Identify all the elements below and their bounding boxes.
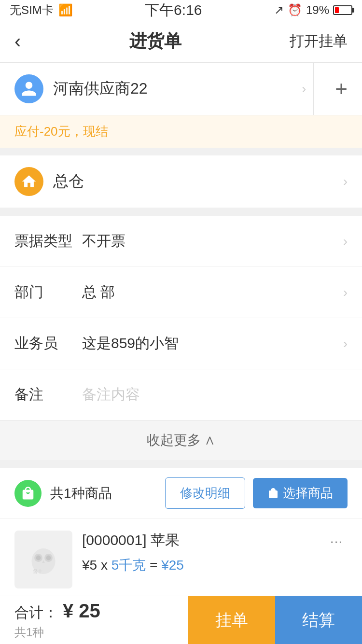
warehouse-icon (14, 167, 43, 196)
svg-text:督十: 督十 (33, 569, 42, 574)
person-icon (20, 80, 38, 98)
nav-bar: ‹ 进货单 打开挂单 (0, 20, 362, 63)
wifi-icon: 📶 (58, 3, 73, 17)
products-icon (14, 480, 42, 507)
invoice-chevron-icon: › (343, 234, 348, 249)
invoice-value: 不开票 (82, 231, 343, 251)
form-row-remark[interactable]: 备注 备注内容 (0, 369, 362, 420)
invoice-label: 票据类型 (14, 231, 82, 251)
form-row-invoice[interactable]: 票据类型 不开票 › (0, 215, 362, 266)
location-icon: ↗ (274, 3, 284, 17)
products-section: 共1种商品 修改明细 选择商品 督十 [0000001] 苹果 (0, 468, 362, 600)
battery-icon (333, 5, 352, 15)
select-product-label: 选择商品 (283, 485, 333, 502)
open-pending-button[interactable]: 打开挂单 (290, 31, 348, 51)
form-row-salesperson[interactable]: 业务员 这是859的小智 › (0, 318, 362, 369)
supplier-name: 河南供应商22 (53, 78, 302, 99)
salesperson-label: 业务员 (14, 334, 82, 353)
supplier-row[interactable]: 河南供应商22 › + (0, 63, 362, 115)
status-right: ↗ ⏰ 19% (274, 3, 352, 17)
salesperson-chevron-icon: › (343, 336, 348, 351)
products-count: 共1种商品 (50, 484, 165, 503)
product-thumbnail: 督十 (14, 531, 72, 588)
salesperson-value: 这是859的小智 (82, 334, 343, 353)
product-total: ¥25 (161, 558, 184, 573)
supplier-section: 河南供应商22 › + 应付-20元，现结 (0, 63, 362, 148)
page-title: 进货单 (129, 29, 181, 53)
form-row-department[interactable]: 部门 总 部 › (0, 266, 362, 318)
shopping-bag-icon (21, 486, 35, 501)
signal-label: 无SIM卡 (10, 2, 54, 18)
payment-hint: 应付-20元，现结 (0, 115, 362, 148)
warehouse-name: 总仓 (53, 171, 343, 192)
back-button[interactable]: ‹ (14, 30, 21, 52)
product-more-button[interactable]: ··· (325, 531, 348, 552)
home-icon (21, 173, 37, 190)
collapse-button[interactable]: 收起更多 ∧ (0, 420, 362, 460)
remark-value[interactable]: 备注内容 (82, 385, 348, 405)
total-label: 合计： (14, 603, 58, 623)
status-time: 下午6:16 (145, 0, 202, 20)
product-title: 苹果 (151, 532, 180, 548)
unit-price: ¥5 (82, 558, 97, 573)
supplier-avatar (14, 74, 43, 103)
total-area: 合计： ¥ 25 共1种 (0, 596, 188, 644)
svg-point-3 (36, 556, 41, 560)
alarm-icon: ⏰ (288, 3, 302, 17)
products-header: 共1种商品 修改明细 选择商品 (0, 468, 362, 519)
equals-sign: = (150, 558, 161, 573)
multiply-sign: x (101, 558, 111, 573)
hold-order-button[interactable]: 挂单 (188, 596, 275, 644)
department-chevron-icon: › (343, 285, 348, 300)
select-product-icon (267, 488, 279, 499)
form-section: 票据类型 不开票 › 部门 总 部 › 业务员 这是859的小智 › 备注 备注… (0, 215, 362, 460)
status-left: 无SIM卡 📶 (10, 2, 73, 18)
product-code: [0000001] (82, 532, 146, 548)
bottom-bar: 合计： ¥ 25 共1种 挂单 结算 (0, 596, 362, 644)
total-amount: ¥ 25 (63, 600, 100, 622)
svg-point-4 (46, 556, 51, 560)
product-info: [0000001] 苹果 ¥5 x 5千克 = ¥25 (82, 531, 325, 574)
product-owl-icon: 督十 (27, 543, 60, 576)
warehouse-row[interactable]: 总仓 › (0, 155, 362, 208)
product-item: 督十 [0000001] 苹果 ¥5 x 5千克 = ¥25 ··· (0, 519, 362, 600)
edit-detail-button[interactable]: 修改明细 (165, 477, 245, 509)
warehouse-section: 总仓 › (0, 155, 362, 208)
select-product-button[interactable]: 选择商品 (253, 478, 348, 508)
remark-label: 备注 (14, 385, 82, 405)
battery-percent: 19% (306, 3, 329, 17)
warehouse-chevron-icon: › (343, 174, 348, 189)
supplier-chevron-icon: › (302, 81, 306, 97)
department-value: 总 部 (82, 282, 343, 302)
checkout-button[interactable]: 结算 (275, 596, 362, 644)
add-supplier-button[interactable]: + (320, 77, 348, 101)
product-price: ¥5 x 5千克 = ¥25 (82, 556, 325, 574)
department-label: 部门 (14, 282, 82, 302)
product-qty: 5千克 (111, 558, 146, 573)
total-main: 合计： ¥ 25 (14, 600, 174, 623)
status-bar: 无SIM卡 📶 下午6:16 ↗ ⏰ 19% (0, 0, 362, 20)
product-name: [0000001] 苹果 (82, 531, 325, 550)
total-sub: 共1种 (14, 625, 174, 640)
supplier-divider (313, 63, 314, 115)
